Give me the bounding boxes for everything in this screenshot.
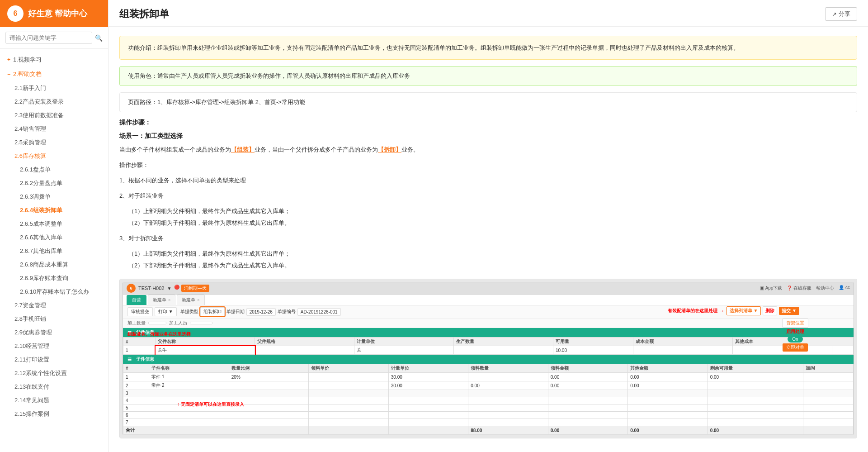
ss-lcol-qty: 领料数量 — [468, 364, 548, 373]
sidebar-item-payment[interactable]: 2.13在线支付 — [0, 380, 108, 394]
share-button[interactable]: ↗ 分享 — [825, 7, 857, 21]
annotation4: ↑ 无固定清单可以在这里直接录入 — [177, 401, 244, 408]
sidebar-item-assembly[interactable]: 2.6.4组装拆卸单 — [0, 204, 108, 217]
ss-lrow3-remain — [708, 390, 803, 397]
role-text: 使用角色：通常由生产人员或库管人员完成折装业务的操作，库管人员确认原材料的出库和… — [128, 72, 410, 79]
table-row: 1 零件 1 20% 30.00 0.00 0.00 0.00 — [123, 373, 854, 381]
sidebar-item-print[interactable]: 2.11打印设置 — [0, 353, 108, 366]
sidebar-item-other-out[interactable]: 2.6.7其他出库单 — [0, 244, 108, 258]
ss-tab2-close: × — [168, 298, 170, 302]
ss-lrow5-num: 5 — [123, 404, 149, 412]
table-row: 2 零件 2 30.00 0.00 0.00 0.00 — [123, 381, 854, 390]
ss-topbar-right: ▣ App下载 ❓ 在线客服 帮助中心 👤 cc — [760, 285, 850, 291]
step3-sub1: （1）上部明细为父件明细，最终作为原材料生成其它出库单； — [128, 248, 857, 260]
sidebar-item-sales[interactable]: 2.4销售管理 — [0, 122, 108, 136]
table-row: 6 — [123, 412, 854, 419]
ss-row-spec — [255, 346, 354, 355]
ss-preview-btn: 打印 ▼ — [155, 307, 177, 316]
ss-tab3: 新建单 × — [177, 295, 204, 305]
sidebar-item-purchase[interactable]: 2.5采购管理 — [0, 136, 108, 149]
sidebar: 6 好生意 帮助中心 🔍 + 1.视频学习 − 2.帮助文档 2.1新手入门 2… — [0, 0, 108, 452]
sidebar-item-coupon[interactable]: 2.9优惠券管理 — [0, 326, 108, 339]
screenshot-outer: 6 TEST-H002 ▼ 🔴 消到期—天 ▣ App下载 ❓ 在线客服 帮助中… — [120, 279, 857, 438]
sidebar-item-inventory[interactable]: 2.6库存核算 — [0, 149, 108, 163]
sidebar-item-stocktake[interactable]: 2.6.1盘点单 — [0, 163, 108, 176]
ss-lrow7-num: 7 — [123, 419, 149, 426]
annotation3: 启用处理 — [786, 328, 804, 335]
ss-lrow3-oamt — [628, 390, 708, 397]
ss-total-3: 0.00 — [628, 426, 708, 435]
ss-lcol-unit: 计量单位 — [388, 364, 468, 373]
ss-lrow3-price — [309, 390, 388, 397]
ss-col-avail: 可用量 — [553, 338, 633, 346]
step1: 1、根据不同的业务，选择不同单据的类型来处理 — [119, 175, 857, 186]
screenshot-container: 6 TEST-H002 ▼ 🔴 消到期—天 ▣ App下载 ❓ 在线客服 帮助中… — [119, 279, 857, 438]
ss-help: ❓ 在线客服 — [787, 285, 811, 291]
ss-row-num: 1 — [123, 346, 156, 355]
ss-lcol-mw: 加/M — [803, 364, 853, 373]
ss-row-avail: 10.00 — [553, 346, 633, 355]
sidebar-item-split-stock[interactable]: 2.6.2分量盘点单 — [0, 176, 108, 190]
main-header: 组装拆卸单 ↗ 分享 — [108, 0, 868, 27]
sidebar-item-cases[interactable]: 2.15操作案例 — [0, 407, 108, 421]
ss-lcol-ratio: 数量比例 — [229, 364, 308, 373]
table-row: 1 关牛 关 10.00 — [123, 346, 854, 355]
sidebar-item-other-in[interactable]: 2.6.6其他入库单 — [0, 231, 108, 244]
annotation2: 组装业务、拆卸业务在这里选择 — [127, 331, 191, 338]
ss-lrow3-num: 3 — [123, 390, 149, 397]
sidebar-item-stock-err[interactable]: 2.6.10库存账本错了怎么办 — [0, 285, 108, 299]
sidebar-item-newcomer[interactable]: 2.1新手入门 — [0, 81, 108, 95]
search-icon[interactable]: 🔍 — [95, 34, 103, 42]
sidebar-item-ops[interactable]: 2.10经营管理 — [0, 339, 108, 353]
step3-sub2: （2）下部明细为子件明细，最终作为产成品生成其它入库单。 — [128, 260, 857, 271]
sidebar-item-goods-cost[interactable]: 2.6.8商品成本重算 — [0, 258, 108, 271]
path-text: 页面路径：1、库存核算->库存管理->组装拆卸单 2、首页->常用功能 — [128, 99, 305, 105]
sidebar-item-finance[interactable]: 2.7资金管理 — [0, 299, 108, 312]
main-content-area: 组装拆卸单 ↗ 分享 功能介绍：组装拆卸单用来处理企业组装或拆卸等加工业务，支持… — [108, 0, 868, 452]
search-input[interactable] — [5, 32, 92, 44]
ss-app-store: ▣ App下载 — [760, 285, 782, 291]
ss-lrow2-qty: 0.00 — [468, 381, 548, 390]
sidebar-item-stock-check[interactable]: 2.6.9库存账本查询 — [0, 271, 108, 285]
ss-del-btn: 删除 — [763, 306, 777, 315]
scenario1-title: 场景一：加工类型选择 — [119, 132, 857, 140]
ss-lower-icon: ☰ — [127, 357, 132, 362]
role-block: 使用角色：通常由生产人员或库管人员完成折装业务的操作，库管人员确认原材料的出库和… — [119, 66, 857, 86]
ss-col-parent-name: 父件名称 — [156, 338, 255, 346]
sidebar-item-docs[interactable]: − 2.帮助文档 — [0, 67, 108, 81]
ss-total-2: 0.00 — [548, 426, 627, 435]
sidebar-item-video[interactable]: + 1.视频学习 — [0, 52, 108, 67]
arrow4-icon: ↑ — [177, 402, 179, 407]
ss-type-label: 单据类型 — [180, 309, 198, 315]
sidebar-item-cost-adj[interactable]: 2.6.5成本调整单 — [0, 217, 108, 231]
ss-date-label: 单据日期 — [226, 309, 245, 315]
table-row: 3 — [123, 390, 854, 397]
sidebar-item-data-prep[interactable]: 2.3使用前数据准备 — [0, 109, 108, 122]
ss-tab3-close: × — [197, 298, 199, 302]
ss-row-action — [832, 346, 853, 355]
ss-col-parent-spec: 父件规格 — [255, 338, 354, 346]
ss-lrow3-mw — [803, 390, 853, 397]
ss-lrow2-name: 零件 2 — [149, 381, 229, 390]
page-title: 组装拆卸单 — [119, 7, 169, 21]
sidebar-item-sys-config[interactable]: 2.12系统个性化设置 — [0, 366, 108, 380]
expand-icon: + — [7, 57, 10, 63]
sidebar-item-faq[interactable]: 2.14常见问题 — [0, 394, 108, 407]
intro-block: 功能介绍：组装拆卸单用来处理企业组装或拆卸等加工业务，支持有固定装配清单的产品加… — [119, 36, 857, 60]
sidebar-item-mobile[interactable]: 2.8手机旺铺 — [0, 312, 108, 326]
ss-upper-table-container: # 父件名称 父件规格 计量单位 生产数量 可用量 成本金额 其他成本 — [123, 337, 854, 355]
sidebar-item-adjust[interactable]: 2.6.3调拨单 — [0, 190, 108, 204]
ss-lrow3-name — [149, 390, 229, 397]
sidebar-item-install[interactable]: 2.2产品安装及登录 — [0, 95, 108, 109]
ss-help-center: 帮助中心 — [816, 285, 834, 291]
ss-total-1: 88.00 — [468, 426, 548, 435]
table-footer: 合计 88.00 0.00 0.00 0.00 — [123, 426, 854, 435]
ss-lrow1-unit: 30.00 — [388, 373, 468, 381]
ss-second-toolbar: 加工数量 加工人员 组装业务、拆卸业务在这里选择 货架位置 启用处理 On — [123, 319, 854, 328]
ss-bill-value: AD-20191226-001 — [297, 308, 341, 316]
ss-highlight-btn: 消到期—天 — [181, 285, 209, 292]
intro-text: 功能介绍：组装拆卸单用来处理企业组装或拆卸等加工业务，支持有固定装配清单的产品加… — [128, 44, 739, 51]
annotation1: 有装配清单的在这里处理 → 选择列清单 ▼ 删除 提交 ▼ — [668, 306, 799, 315]
collapse-icon: − — [7, 71, 10, 77]
ss-lrow2-amt: 0.00 — [548, 381, 627, 390]
